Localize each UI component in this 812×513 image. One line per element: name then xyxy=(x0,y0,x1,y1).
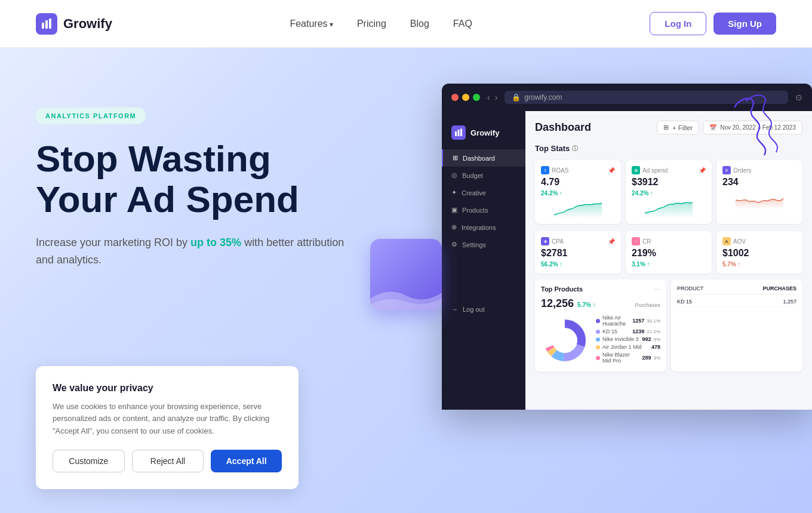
cr-value: 219% xyxy=(632,248,706,259)
sidebar-label-products: Products xyxy=(462,207,488,214)
nav-item-blog[interactable]: Blog xyxy=(410,19,429,29)
stats-grid-row1: f ROAS 📌 4.79 24.2% ↑ xyxy=(535,160,802,224)
stat-card-adspend: ⊕ Ad spend 📌 $3912 24.2% ↑ xyxy=(626,160,712,224)
dashboard-icon: ⊞ xyxy=(453,154,458,162)
customize-button[interactable]: Customize xyxy=(53,450,125,472)
donut-area: Nike Air Huarache 1257 30.1% KD 15 1239 … xyxy=(541,315,660,365)
sidebar-item-creative[interactable]: ✦ Creative xyxy=(442,184,525,201)
back-icon: ‹ xyxy=(487,93,490,102)
hero-subtitle-highlight: up to 35% xyxy=(190,236,241,248)
svg-rect-4 xyxy=(458,130,460,136)
sidebar-item-integrations[interactable]: ⊕ Integrations xyxy=(442,219,525,236)
calendar-icon: 📅 xyxy=(709,124,716,131)
dashboard-sidebar: Growify ⊞ Dashboard ◎ Budget ✦ xyxy=(442,111,525,410)
nav-links: Features Pricing Blog FAQ xyxy=(290,19,472,29)
signup-button[interactable]: Sign Up xyxy=(713,13,776,35)
top-products-label: Top Products xyxy=(541,285,583,293)
filter-button[interactable]: ⊞ + Filter xyxy=(657,121,699,134)
top-products-card: Top Products ⋯ 12,256 5.7% ↑ Purchases xyxy=(535,279,666,371)
products-total: 12,256 xyxy=(541,297,574,310)
purchases-label: Purchases xyxy=(635,302,660,308)
table-header: PRODUCT PURCHASES xyxy=(677,285,796,294)
nav-link-blog[interactable]: Blog xyxy=(410,19,429,29)
legend-dot-3 xyxy=(596,345,600,349)
dash-logo-icon xyxy=(451,125,466,140)
dot-green xyxy=(473,94,480,101)
sidebar-item-budget[interactable]: ◎ Budget xyxy=(442,167,525,184)
sidebar-label-dashboard: Dashboard xyxy=(463,155,495,162)
adspend-trend-icon: ↑ xyxy=(650,190,653,196)
browser-controls: ‹ › xyxy=(487,93,497,102)
dot-red xyxy=(451,94,459,101)
brand-name: Growify xyxy=(63,16,112,32)
aov-icon: A xyxy=(722,237,731,245)
dot-yellow xyxy=(462,94,469,101)
hero-title-line1: Stop Wasting xyxy=(36,138,271,179)
cr-label: ↑ CR xyxy=(632,237,651,245)
share-icon: ⊙ xyxy=(795,93,802,102)
roas-label: f ROAS xyxy=(541,166,568,174)
cpa-icon: ★ xyxy=(541,237,549,245)
legend-item-1: KD 15 1239 21.2% xyxy=(596,328,660,334)
nav-actions: Log In Sign Up xyxy=(650,12,776,35)
float-card-wave xyxy=(370,275,442,311)
sidebar-logout-label: Log out xyxy=(463,306,485,313)
logout-icon: → xyxy=(451,306,458,313)
cpa-change: 56.2% ↑ xyxy=(541,261,615,268)
cookie-banner: We value your privacy We use cookies to … xyxy=(36,366,299,489)
integrations-icon: ⊕ xyxy=(451,223,457,231)
browser-traffic-lights xyxy=(451,94,480,101)
hero-title-line2: Your Ad Spend xyxy=(36,179,299,220)
logo-icon xyxy=(36,13,57,35)
cpa-pin-icon: 📌 xyxy=(608,238,615,245)
nav-item-features[interactable]: Features xyxy=(290,19,333,29)
nav-link-features[interactable]: Features xyxy=(290,19,333,29)
orders-chart xyxy=(722,191,796,209)
sidebar-item-products[interactable]: ▣ Products xyxy=(442,201,525,219)
roas-pin-icon: 📌 xyxy=(608,167,615,174)
legend-item-2: Nike Invicible 3 992 3% xyxy=(596,336,660,342)
sidebar-logout[interactable]: → Log out xyxy=(442,301,525,318)
nav-item-faq[interactable]: FAQ xyxy=(453,19,472,29)
sidebar-item-settings[interactable]: ⚙ Settings xyxy=(442,236,525,253)
hero-subtitle: Increase your marketing ROI by up to 35%… xyxy=(36,234,346,269)
url-text: growify.com xyxy=(524,93,562,102)
products-metric: 12,256 5.7% ↑ Purchases xyxy=(541,297,660,310)
sidebar-label-creative: Creative xyxy=(462,189,486,196)
roas-value: 4.79 xyxy=(541,177,615,188)
legend-dot-0 xyxy=(596,319,600,323)
legend-item-4: Nike Blazer Mid Pro 289 3% xyxy=(596,352,660,364)
accept-all-button[interactable]: Accept All xyxy=(211,450,282,472)
products-more-icon[interactable]: ⋯ xyxy=(654,286,660,293)
hero-subtitle-pre: Increase your marketing ROI by xyxy=(36,236,190,248)
legend-item-3: Air Jordan 1 Mid 478 xyxy=(596,344,660,350)
scribble-decoration xyxy=(722,90,794,161)
cpa-value: $2781 xyxy=(541,248,615,259)
adspend-chart xyxy=(632,200,706,218)
creative-icon: ✦ xyxy=(451,189,457,196)
products-icon: ▣ xyxy=(451,206,457,214)
sidebar-item-dashboard[interactable]: ⊞ Dashboard xyxy=(442,149,525,167)
reject-all-button[interactable]: Reject All xyxy=(132,450,204,472)
donut-legend: Nike Air Huarache 1257 30.1% KD 15 1239 … xyxy=(596,315,660,365)
table-cell-product: KD 15 xyxy=(677,299,756,305)
stat-card-cpa: ★ CPA 📌 $2781 56.2% ↑ xyxy=(535,231,621,274)
filter-label: + Filter xyxy=(672,124,693,131)
cookie-text: We use cookies to enhance your browsing … xyxy=(53,401,282,438)
nav-link-faq[interactable]: FAQ xyxy=(453,19,472,29)
sidebar-menu: ⊞ Dashboard ◎ Budget ✦ Creative ▣ xyxy=(442,149,525,253)
login-button[interactable]: Log In xyxy=(650,12,706,35)
adspend-change: 24.2% ↑ xyxy=(632,190,706,196)
col-purchases: PURCHASES xyxy=(756,285,796,291)
cookie-actions: Customize Reject All Accept All xyxy=(53,450,282,472)
nav-item-pricing[interactable]: Pricing xyxy=(357,19,386,29)
col-product: PRODUCT xyxy=(677,285,756,291)
legend-dot-4 xyxy=(596,356,600,360)
sidebar-label-budget: Budget xyxy=(462,172,483,179)
logo-link[interactable]: Growify xyxy=(36,13,112,35)
nav-link-pricing[interactable]: Pricing xyxy=(357,19,386,29)
adspend-pin-icon: 📌 xyxy=(699,167,706,174)
roas-change: 24.2% ↑ xyxy=(541,190,615,196)
stat-card-aov: A AOV $1002 5.7% ↑ xyxy=(716,231,802,274)
products-table-card: PRODUCT PURCHASES KD 15 1,257 xyxy=(671,279,802,371)
